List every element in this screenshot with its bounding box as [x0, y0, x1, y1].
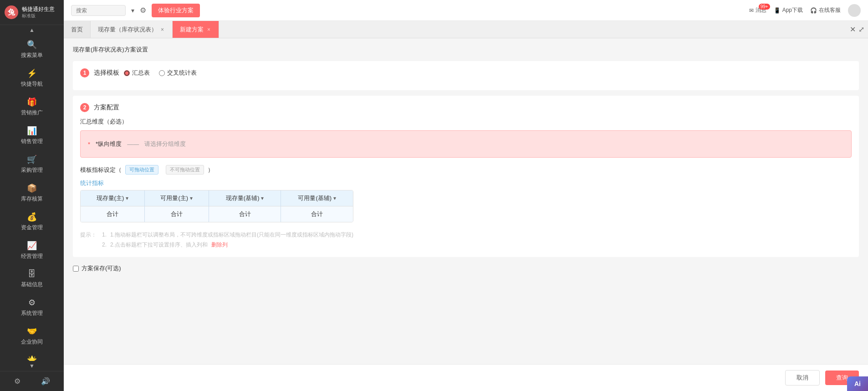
ai-float-btn[interactable]: Ai	[847, 376, 868, 391]
summary-dim-label: 汇总维度（必选）	[80, 118, 852, 126]
sidebar-item-label: 销售管理	[21, 138, 43, 145]
sidebar-item-icon: 🎁	[27, 97, 37, 107]
stats-col-header[interactable]: 现存量(主)▾	[81, 190, 144, 206]
stats-col-header[interactable]: 可用量(主)▾	[144, 190, 209, 206]
sidebar-item-营销推广[interactable]: 🎁 营销推广	[0, 93, 64, 121]
stats-label: 统计指标	[80, 179, 852, 187]
sidebar-bottom: ⚙ 🔊	[0, 371, 64, 391]
sidebar-item-icon: ⚡	[27, 68, 37, 78]
template-options: 汇总表 交叉统计表	[124, 69, 197, 77]
topbar-right: ✉ 消息 99+ 📱 App下载 🎧 在线客服	[749, 4, 861, 17]
sidebar-item-icon: 🌟	[27, 355, 37, 361]
step1-header: 1 选择模板 汇总表 交叉统计表	[80, 68, 852, 77]
search-input[interactable]	[71, 5, 126, 16]
online-service-btn[interactable]: 🎧 在线客服	[810, 6, 841, 14]
tab-inventory-label: 现存量（库存状况表）	[98, 26, 157, 34]
step1-section: 1 选择模板 汇总表 交叉统计表	[73, 61, 859, 90]
sidebar-item-icon: 🗄	[28, 269, 36, 279]
radio-cross-label: 交叉统计表	[167, 69, 197, 77]
cancel-button[interactable]: 取消	[785, 370, 820, 386]
sidebar-item-企业协同[interactable]: 🤝 企业协同	[0, 322, 64, 350]
sidebar-item-icon: 📈	[27, 241, 37, 251]
tab-new-plan[interactable]: 新建方案 ×	[173, 21, 219, 38]
radio-cross-input[interactable]	[159, 70, 165, 76]
required-star: *	[88, 141, 90, 148]
sidebar: 兔 畅捷通好生意 标准版 ▲ 🔍 搜索菜单 ⚡ 快捷导航 🎁 营销推广 📊 销售…	[0, 0, 64, 391]
sidebar-item-icon: 🛒	[27, 154, 37, 165]
radio-cross[interactable]: 交叉统计表	[159, 69, 197, 77]
tip-row-1: 提示： 1. 1.拖动标题栏可以调整布局，不可跨维度或指标区域拖动栏目(只能在同…	[80, 230, 852, 240]
sidebar-item-label: 采购管理	[21, 166, 43, 174]
radio-summary[interactable]: 汇总表	[124, 69, 150, 77]
sidebar-item-label: 营销推广	[21, 109, 43, 117]
sidebar-item-搜索菜单[interactable]: 🔍 搜索菜单	[0, 35, 64, 64]
sidebar-item-label: 经营管理	[21, 252, 43, 260]
messages-btn[interactable]: ✉ 消息 99+	[749, 6, 766, 14]
sidebar-item-资金管理[interactable]: 💰 资金管理	[0, 207, 64, 236]
sidebar-item-icon: ⚙	[28, 298, 36, 308]
tips-section: 提示： 1. 1.拖动标题栏可以调整布局，不可跨维度或指标区域拖动栏目(只能在同…	[80, 230, 852, 250]
indicator-config-label: 模板指标设定（ 可拖动位置 不可拖动位置 ）	[80, 165, 852, 175]
sidebar-logo: 兔 畅捷通好生意 标准版	[0, 0, 64, 25]
bottom-bar: 取消 查询	[64, 364, 868, 391]
sidebar-item-icon: 🔍	[27, 40, 37, 50]
save-checkbox[interactable]	[73, 266, 79, 272]
sidebar-item-经营管理[interactable]: 📈 经营管理	[0, 236, 64, 265]
step2-title: 方案配置	[94, 103, 119, 112]
radio-summary-label: 汇总表	[132, 69, 150, 77]
tab-new-plan-close[interactable]: ×	[206, 26, 211, 33]
stats-col-cell: 合计	[144, 206, 209, 222]
sidebar-item-采购管理[interactable]: 🛒 采购管理	[0, 150, 64, 179]
sidebar-item-icon: 📦	[27, 183, 37, 193]
sidebar-item-新手引导[interactable]: 🌟 新手引导	[0, 350, 64, 361]
tip-row-2: 2. 2.点击标题栏下拉可设置排序、插入列和 删除列	[80, 240, 852, 250]
step2-badge: 2	[80, 103, 89, 112]
sidebar-scroll-up[interactable]: ▲	[0, 25, 64, 35]
sidebar-scroll-down[interactable]: ▼	[0, 361, 64, 371]
stats-col-header[interactable]: 可用量(基辅)▾	[281, 190, 353, 206]
topbar-settings-btn[interactable]: ⚙	[140, 6, 146, 15]
sidebar-item-label: 资金管理	[21, 224, 43, 232]
sidebar-item-销售管理[interactable]: 📊 销售管理	[0, 121, 64, 150]
col-dropdown-btn[interactable]: ▾	[126, 195, 128, 201]
app-logo-icon: 兔	[5, 5, 18, 19]
phone-icon: 📱	[774, 7, 781, 14]
main-panel: ▾ ⚙ 体验行业方案 ✉ 消息 99+ 📱 App下载 🎧 在线客服 首页	[64, 0, 868, 391]
sidebar-item-label: 库存核算	[21, 195, 43, 203]
radio-summary-input[interactable]	[124, 70, 130, 76]
tab-close-icon-btn[interactable]: ✕	[850, 25, 856, 34]
message-icon: ✉	[749, 7, 754, 14]
col-dropdown-btn[interactable]: ▾	[333, 195, 336, 201]
tab-expand-icon-btn[interactable]: ⤢	[858, 25, 864, 34]
tip1-text: 1.拖动标题栏可以调整布局，不可跨维度或指标区域拖动栏目(只能在同一维度或指标区…	[110, 230, 353, 240]
sidebar-nav: 🔍 搜索菜单 ⚡ 快捷导航 🎁 营销推广 📊 销售管理 🛒 采购管理 📦 库存核…	[0, 35, 64, 361]
app-download-btn[interactable]: 📱 App下载	[774, 6, 803, 14]
tab-new-plan-label: 新建方案	[180, 26, 204, 34]
user-avatar[interactable]	[848, 4, 861, 17]
sidebar-volume-icon[interactable]: 🔊	[39, 375, 52, 387]
trial-industry-btn[interactable]: 体验行业方案	[152, 4, 200, 17]
stats-col-header[interactable]: 现存量(基辅)▾	[209, 190, 281, 206]
draggable-badge: 可拖动位置	[125, 165, 158, 175]
dimension-row[interactable]: * *纵向维度 —— 请选择分组维度	[80, 130, 852, 158]
col-dropdown-btn[interactable]: ▾	[261, 195, 264, 201]
step1-title: 选择模板	[94, 69, 119, 77]
tab-inventory[interactable]: 现存量（库存状况表） ×	[91, 21, 173, 38]
delete-col-link[interactable]: 删除列	[211, 240, 228, 250]
sidebar-item-库存核算[interactable]: 📦 库存核算	[0, 179, 64, 207]
app-logo-text: 畅捷通好生意 标准版	[22, 6, 55, 19]
sidebar-item-label: 基础信息	[21, 281, 43, 288]
topbar-dropdown-btn[interactable]: ▾	[131, 7, 134, 14]
vertical-dim-placeholder: 请选择分组维度	[144, 140, 186, 148]
settings-icon[interactable]: ⚙	[12, 375, 22, 387]
topbar: ▾ ⚙ 体验行业方案 ✉ 消息 99+ 📱 App下载 🎧 在线客服	[64, 0, 868, 21]
sidebar-item-基础信息[interactable]: 🗄 基础信息	[0, 265, 64, 293]
indicator-config: 模板指标设定（ 可拖动位置 不可拖动位置 ） 统计指标 现存量(主)▾可用量(主…	[80, 165, 852, 250]
step1-badge: 1	[80, 68, 89, 77]
sidebar-item-系统管理[interactable]: ⚙ 系统管理	[0, 293, 64, 322]
sidebar-item-快捷导航[interactable]: ⚡ 快捷导航	[0, 64, 64, 93]
col-dropdown-btn[interactable]: ▾	[190, 195, 193, 201]
tab-home[interactable]: 首页	[64, 21, 91, 38]
step2-header: 2 方案配置	[80, 103, 852, 112]
tab-inventory-close[interactable]: ×	[160, 26, 165, 33]
